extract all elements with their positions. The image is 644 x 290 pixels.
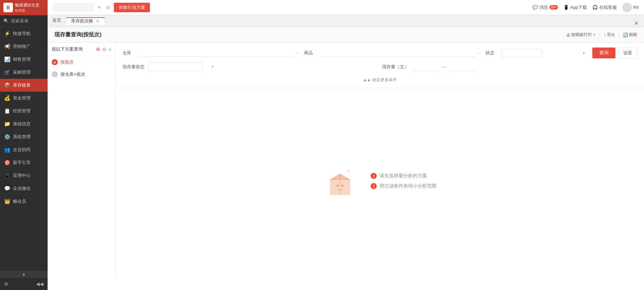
sidebar-item-purchase[interactable]: 🛒 采购管理 [0,66,48,79]
refresh-btn[interactable]: 🔄 刷新 [623,32,637,38]
user-menu[interactable]: Rit [622,3,639,12]
empty-illustration: ✦ [323,166,357,200]
empty-icon: ✦ [323,166,357,200]
marketing-icon: 📢 [4,43,10,50]
print-dropdown-icon[interactable]: ▼ [593,33,596,37]
batch-icon: ● [52,59,58,65]
stock-status-select[interactable] [148,62,203,71]
settings-icon[interactable]: ⚙ [4,281,9,287]
message-icon: 💬 [532,5,538,10]
sidebar-item-guide[interactable]: 🎯 新手引导 [0,156,48,169]
sidebar-item-enterprise[interactable]: 👥 企业协同 [0,143,48,156]
avatar [622,3,632,12]
filter-actions: 查询 设置 [592,48,637,58]
guide-icon: 🎯 [4,160,10,166]
search-icon: 🔍 [3,18,9,23]
tab-inventory-batch[interactable]: 库存批次账 ✕ [66,17,105,25]
quicknav-icon: ⚡ [4,31,10,37]
collapse-filters-btn[interactable]: ▲▲ 收起更多条件 [122,75,637,85]
sidebar-item-appstore[interactable]: 📱 应用中心 [0,169,48,182]
sidebar-item-basic[interactable]: 📁 基础信息 [0,117,48,130]
appstore-icon: 📱 [4,173,10,179]
right-panel: 仓库 ··· 商品 ··· 状态 [116,43,644,278]
stock-status-chevron-icon: ▼ [211,65,214,69]
inventory-icon: 📦 [4,82,10,88]
content-wrapper: 按以下方案查询 ⊕ ⊙ « ● 按批次 ○ 按仓库+批次 [48,43,644,278]
sidebar-item-inventory[interactable]: 📦 库存核算 [0,79,48,92]
headset-icon: 🎧 [592,5,598,10]
warehouse-more-icon[interactable]: ··· [296,51,299,55]
query-button[interactable]: 查询 [592,48,615,58]
svg-point-5 [337,185,339,187]
sidebar-item-marketing[interactable]: 📢 营销推广 [0,40,48,53]
topbar-search-input[interactable] [53,3,94,12]
collapse-icon[interactable]: ◀◀ [36,281,44,287]
tab-wrapper: 首页 库存批次账 ✕ ✕ [48,17,644,25]
left-panel-item-batch[interactable]: ● 按批次 [48,56,115,68]
gear-icon[interactable]: ⊙ [102,47,106,52]
sidebar-item-wechat[interactable]: 💬 企业微信 [0,182,48,195]
sidebar-item-quicknav[interactable]: ⚡ 快捷导航 [0,27,48,40]
app-title: 畅康通好生意 标准版 [15,3,39,13]
trial-industry-btn[interactable]: 体验行业方案 [114,3,150,12]
operations-icon: 📋 [4,108,10,114]
refresh-icon: 🔄 [623,33,628,37]
topbar-settings-icon[interactable]: ⚙ [106,5,111,10]
stock-amount-to-input[interactable] [450,63,477,71]
page-title: 现存量查询(按批次) [54,31,102,38]
add-icon[interactable]: ⊕ [96,46,100,52]
finance-icon: 💰 [4,95,10,101]
messages-btn[interactable]: 💬 消息 99+ [532,4,558,11]
filter-group-product: 商品 ··· [304,49,481,57]
left-panel-header: 按以下方案查询 ⊕ ⊙ « [48,43,115,56]
sidebar-item-system[interactable]: ⚙️ 系统管理 [0,130,48,143]
product-more-icon[interactable]: ··· [477,51,481,55]
empty-tips: 1 请先选择要分析的方案 2 用过滤条件来缩小分析范围 [371,173,437,193]
app-download-icon: 📱 [563,5,569,10]
print-template-btn[interactable]: 🖨 按模板打印 ▼ [566,32,596,38]
filter-row-2: 现存量状态 ▼ 现存量（主） — [122,62,637,71]
sidebar-item-sales[interactable]: 📊 销售管理 [0,53,48,66]
enterprise-icon: 👥 [4,147,10,153]
empty-state: ✦ 1 请先选择要分析的方案 [116,88,644,278]
filter-group-status: 状态 ▼ [486,49,588,57]
topbar-dropdown-icon[interactable]: ▼ [97,5,101,10]
empty-tip-2: 2 用过滤条件来缩小分析范围 [371,183,437,189]
filter-group-stock-amount: 现存量（主） — [382,63,637,71]
status-chevron-icon: ▼ [582,51,586,55]
sidebar-scroll-up[interactable]: ▲ [0,271,48,277]
page-content: 现存量查询(按批次) 🖨 按模板打印 ▼ | ↑ 导出 | 🔄 刷新 [48,27,644,290]
system-icon: ⚙️ [4,134,10,140]
svg-text:✦: ✦ [347,169,350,174]
product-input[interactable] [320,49,475,57]
export-icon: ↑ [604,33,606,37]
sidebar-item-operations[interactable]: 📋 经营管理 [0,105,48,117]
topbar: ▼ ⚙ 体验行业方案 💬 消息 99+ 📱 App下载 🎧 在线客服 Rit [48,0,644,15]
close-right-panel-btn[interactable]: ✕ [634,17,639,30]
sidebar-item-members[interactable]: 👑 畅会员 [0,195,48,208]
online-service-btn[interactable]: 🎧 在线客服 [592,4,617,11]
stock-status-select-wrap: ▼ [148,62,216,71]
filter-group-stock-status: 现存量状态 ▼ [122,62,377,71]
left-panel-item-warehouse-batch[interactable]: ○ 按仓库+批次 [48,68,115,80]
stock-amount-from-input[interactable] [411,63,439,71]
status-select[interactable] [501,49,542,57]
empty-tip-1: 1 请先选择要分析的方案 [371,173,437,179]
settings-button[interactable]: 设置 [618,48,637,58]
warehouse-input[interactable] [138,49,294,57]
tab-home[interactable]: 首页 [48,17,66,23]
sidebar-item-finance[interactable]: 💰 资金管理 [0,92,48,105]
app-download-btn[interactable]: 📱 App下载 [563,4,587,11]
sidebar-search-menu[interactable]: 🔍 搜索菜单 [0,15,48,27]
filter-row-1: 仓库 ··· 商品 ··· 状态 [122,48,637,58]
main-area: ▼ ⚙ 体验行业方案 💬 消息 99+ 📱 App下载 🎧 在线客服 Rit [48,0,644,290]
collapse-left-icon[interactable]: « [108,47,111,52]
tab-close-btn[interactable]: ✕ [95,19,100,23]
empty-state-inner: ✦ 1 请先选择要分析的方案 [323,166,437,200]
export-btn[interactable]: ↑ 导出 [604,32,615,38]
basic-icon: 📁 [4,121,10,127]
left-panel-header-icons: ⊕ ⊙ « [96,46,111,52]
page-header: 现存量查询(按批次) 🖨 按模板打印 ▼ | ↑ 导出 | 🔄 刷新 [48,27,644,43]
print-icon: 🖨 [566,33,570,37]
sidebar-footer: ⚙ ◀◀ [0,277,48,290]
